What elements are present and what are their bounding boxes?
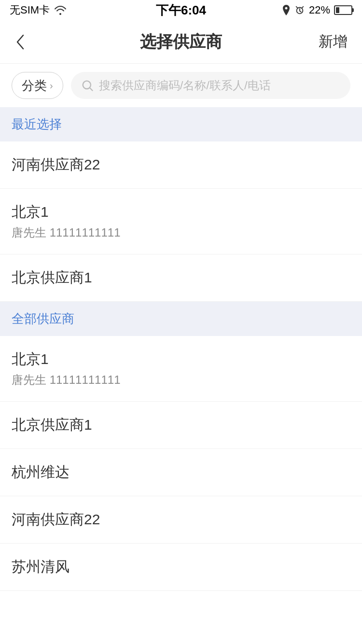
all-section-label: 全部供应商: [12, 311, 74, 326]
item-name: 北京供应商1: [12, 268, 350, 288]
recent-list: 河南供应商22 北京1 唐先生 11111111111 北京供应商1: [0, 141, 362, 302]
carrier-text: 无SIM卡: [10, 3, 50, 17]
location-icon: [282, 5, 291, 15]
all-section-header: 全部供应商: [0, 302, 362, 336]
all-list-item[interactable]: 北京供应商1: [0, 402, 362, 449]
item-name: 北京1: [12, 350, 350, 369]
search-icon: [81, 79, 94, 92]
status-bar-time: 下午6:04: [156, 2, 206, 19]
new-button[interactable]: 新增: [319, 32, 348, 52]
recent-section-header: 最近选择: [0, 107, 362, 141]
item-name: 苏州清风: [12, 557, 350, 577]
item-name: 北京供应商1: [12, 415, 350, 435]
nav-bar: 选择供应商 新增: [0, 20, 362, 64]
alarm-icon: [294, 5, 305, 15]
recent-list-item[interactable]: 河南供应商22: [0, 141, 362, 189]
battery-icon: [334, 5, 352, 15]
all-list-item[interactable]: 河南供应商22: [0, 496, 362, 544]
status-bar-left: 无SIM卡: [10, 3, 67, 17]
battery-percent: 22%: [309, 4, 330, 16]
recent-list-item[interactable]: 北京供应商1: [0, 254, 362, 302]
all-list-item[interactable]: 杭州维达: [0, 449, 362, 496]
category-button[interactable]: 分类 ›: [12, 72, 63, 99]
all-list-item[interactable]: 苏州清风: [0, 544, 362, 591]
search-box[interactable]: 搜索供应商编码/名称/联系人/电话: [71, 72, 350, 99]
item-name: 北京1: [12, 202, 350, 222]
chevron-right-icon: ›: [50, 80, 53, 91]
status-bar: 无SIM卡 下午6:04 22%: [0, 0, 362, 20]
all-list-item[interactable]: 北京1 唐先生 11111111111: [0, 336, 362, 402]
item-sub: 唐先生 11111111111: [12, 225, 350, 240]
search-placeholder: 搜索供应商编码/名称/联系人/电话: [99, 78, 271, 93]
status-bar-right: 22%: [282, 4, 352, 16]
filter-bar: 分类 › 搜索供应商编码/名称/联系人/电话: [0, 64, 362, 107]
page-title: 选择供应商: [140, 31, 222, 53]
all-list: 北京1 唐先生 11111111111 北京供应商1 杭州维达 河南供应商22 …: [0, 336, 362, 591]
recent-section-label: 最近选择: [12, 117, 62, 131]
recent-list-item[interactable]: 北京1 唐先生 11111111111: [0, 189, 362, 254]
item-sub: 唐先生 11111111111: [12, 372, 350, 388]
category-label: 分类: [22, 77, 47, 94]
item-name: 河南供应商22: [12, 155, 350, 175]
item-name: 杭州维达: [12, 462, 350, 482]
wifi-icon: [54, 5, 67, 15]
item-name: 河南供应商22: [12, 510, 350, 530]
back-button[interactable]: [14, 32, 43, 52]
